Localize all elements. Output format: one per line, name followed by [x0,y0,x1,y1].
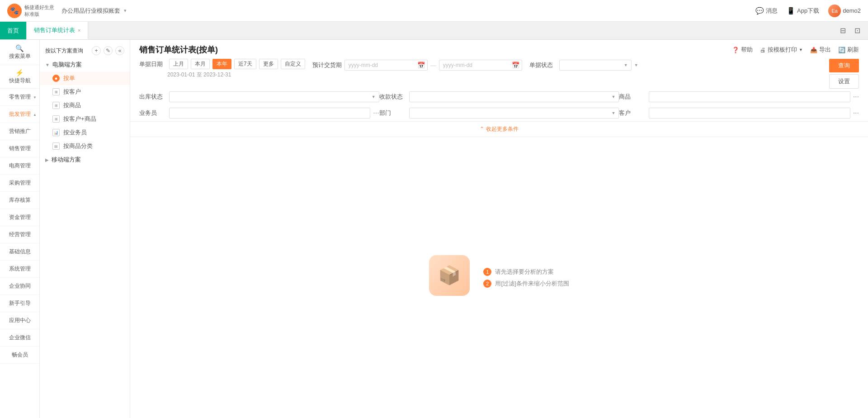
print-dropdown-icon: ▼ [799,48,803,52]
date-range-text: 2023-01-01 至 2023-12-31 [139,71,305,79]
scheme-item-by-category[interactable]: ▤ 按商品分类 [40,139,130,153]
sidebar-item-management[interactable]: 经营管理 [0,226,39,243]
out-status-select[interactable] [169,91,379,102]
scheme-section-pc[interactable]: ▼ 电脑端方案 [40,58,130,71]
main-layout: 🔍 搜索菜单 ⚡ 快捷导航 零售管理 批发管理 营销推广 销售管理 电商管理 采… [0,40,868,418]
sidebar-item-inventory[interactable]: 库存核算 [0,192,39,209]
app-title[interactable]: 办公用品行业模拟账套 ▾ [54,7,755,15]
minimize-btn[interactable]: ⊟ [837,25,848,36]
scheme-item-by-customer-goods[interactable]: ⊞ 按客户+商品 [40,112,130,126]
sidebar-item-basic[interactable]: 基础信息 [0,243,39,261]
scheme-item-by-order[interactable]: ● 按单 [40,71,130,85]
out-status-filter: 出库状态 [139,91,379,102]
scheme-panel: 按以下方案查询 + ✎ « ▼ 电脑端方案 ● 按单 ⊞ 按客户 [40,40,130,418]
tab-close-icon[interactable]: × [78,28,80,33]
sidebar-item-ecommerce[interactable]: 电商管理 [0,157,39,175]
calendar-icon-start[interactable]: 📅 [417,62,425,69]
help-btn[interactable]: ❓ 帮助 [732,46,753,54]
scheme-item-by-goods[interactable]: ⊞ 按商品 [40,99,130,112]
goods-more-btn[interactable]: ··· [853,93,859,101]
message-btn[interactable]: 💬 消息 [755,7,778,15]
content-panel: 按以下方案查询 + ✎ « ▼ 电脑端方案 ● 按单 ⊞ 按客户 [40,40,868,418]
sidebar-item-wholesale[interactable]: 批发管理 [0,106,39,123]
goods-filter: 商品 ··· [619,91,859,102]
sidebar-item-member[interactable]: 畅会员 [0,347,39,364]
settings-btn[interactable]: 设置 [829,74,859,89]
customer-input[interactable] [649,108,850,119]
expected-date-end[interactable] [439,60,522,71]
doc-status-label: 单据状态 [529,61,557,69]
calendar-icon-end[interactable]: 📅 [512,62,519,69]
scheme-item-by-salesperson[interactable]: 📊 按业务员 [40,126,130,139]
scheme-edit-btn[interactable]: ✎ [104,46,113,55]
dept-select[interactable] [409,108,619,119]
sidebar-item-finance[interactable]: 资金管理 [0,209,39,226]
filter-panel: 销售订单统计表(按单) ❓ 帮助 🖨 按模板打印 ▼ 📤 导出 [130,40,868,418]
template-print-btn[interactable]: 🖨 按模板打印 ▼ [760,46,803,54]
scheme-item-icon-cg: ⊞ [52,115,60,123]
export-btn[interactable]: 📤 导出 [810,46,831,54]
tab-bar: 首页 销售订单统计表 × ⊟ ⊡ [0,22,868,40]
custom-btn[interactable]: 自定义 [281,59,305,69]
sidebar-search[interactable]: 🔍 搜索菜单 [0,40,39,65]
salesperson-more-btn[interactable]: ··· [373,109,379,117]
dept-label: 部门 [379,109,406,117]
scheme-section-mobile[interactable]: ▶ 移动端方案 [40,153,130,166]
last-month-btn[interactable]: 上月 [169,59,188,69]
app-download-btn[interactable]: 📱 App下载 [787,7,819,15]
tab-active[interactable]: 销售订单统计表 × [27,22,88,39]
scheme-header: 按以下方案查询 + ✎ « [40,43,130,58]
sidebar-item-marketing[interactable]: 营销推广 [0,123,39,140]
empty-tip-2: 2 用[过滤]条件来缩小分析范围 [483,280,569,288]
refresh-btn[interactable]: 🔄 刷新 [838,46,859,54]
doc-status-dropdown-arrow[interactable]: ▼ [634,63,638,67]
this-month-btn[interactable]: 本月 [191,59,210,69]
more-btn[interactable]: 更多 [259,59,278,69]
refresh-icon: 🔄 [838,47,845,53]
expected-date-start[interactable] [344,60,428,71]
top-bar: 🐾 畅捷通好生意 标准版 办公用品行业模拟账套 ▾ 💬 消息 📱 App下载 E… [0,0,868,22]
salesperson-filter: 业务员 ··· [139,108,379,119]
goods-input[interactable] [649,91,850,102]
last7days-btn[interactable]: 近7天 [234,59,256,69]
tab-home[interactable]: 首页 [0,22,27,39]
collapse-btn[interactable]: ⌃ 收起更多条件 [130,121,868,137]
sidebar-item-sales[interactable]: 销售管理 [0,140,39,157]
export-icon: 📤 [810,47,817,53]
avatar: Ea [828,5,841,17]
sidebar-item-newuser[interactable]: 新手引导 [0,295,39,312]
sidebar-item-system[interactable]: 系统管理 [0,261,39,278]
customer-more-btn[interactable]: ··· [853,109,859,117]
scheme-item-icon-customer: ⊞ [52,88,60,95]
scheme-item-icon-sales: 📊 [52,129,60,136]
empty-illustration: 📦 [429,255,474,300]
sidebar-item-wechat[interactable]: 企业微信 [0,329,39,347]
tip-num-2: 2 [483,280,491,288]
sidebar-item-retail[interactable]: 零售管理 [0,89,39,106]
scheme-add-btn[interactable]: + [92,46,101,55]
query-btn[interactable]: 查询 [829,59,859,72]
scheme-item-by-customer[interactable]: ⊞ 按客户 [40,85,130,99]
sidebar-item-appstore[interactable]: 应用中心 [0,312,39,329]
scheme-collapse-btn[interactable]: « [115,46,124,55]
sidebar-item-purchase[interactable]: 采购管理 [0,175,39,192]
doc-status-select[interactable] [559,60,632,71]
receive-status-filter: 收款状态 [379,91,619,102]
customer-label: 客户 [619,109,646,117]
this-year-btn[interactable]: 本年 [212,59,231,69]
logo: 🐾 畅捷通好生意 标准版 [7,4,54,18]
out-status-label: 出库状态 [139,93,166,101]
user-profile[interactable]: Ea demo2 [828,5,861,17]
maximize-btn[interactable]: ⊡ [852,25,863,36]
sidebar: 🔍 搜索菜单 ⚡ 快捷导航 零售管理 批发管理 营销推广 销售管理 电商管理 采… [0,40,40,418]
salesperson-input[interactable] [169,108,370,119]
sidebar-quick-nav[interactable]: ⚡ 快捷导航 [0,65,39,89]
sidebar-item-corp[interactable]: 企业协同 [0,278,39,295]
help-icon: ❓ [732,47,739,53]
message-icon: 💬 [755,7,764,15]
dropdown-icon[interactable]: ▾ [124,8,127,14]
date-separator: — [430,62,436,69]
date-label: 单据日期 [139,60,166,68]
collapse-icon: ⌃ [480,126,486,132]
receive-status-select[interactable] [409,91,619,102]
